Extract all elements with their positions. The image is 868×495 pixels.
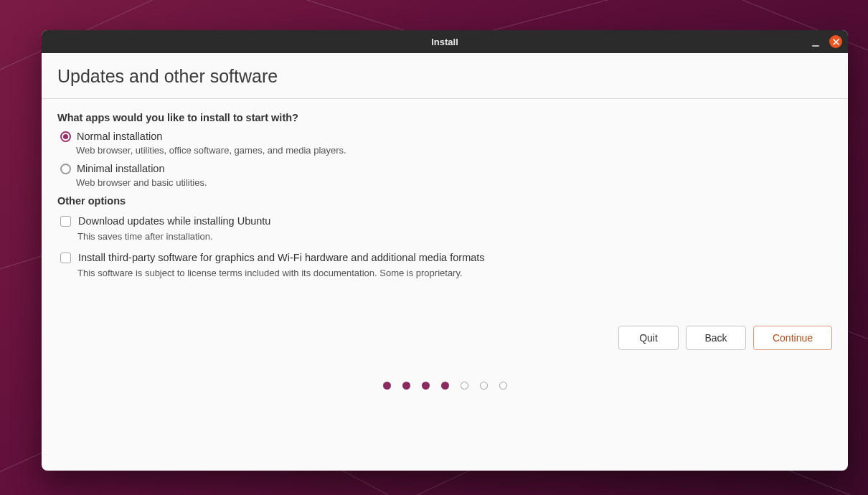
form-body: What apps would you like to install to s… [42,99,848,288]
checkbox-icon [60,253,71,263]
radio-icon [60,164,71,174]
radio-icon [60,131,71,142]
radio-minimal-installation[interactable]: Minimal installation [60,163,832,174]
checkbox-download-updates[interactable]: Download updates while installing Ubuntu [60,215,832,227]
content-area: Updates and other software What apps wou… [42,53,848,471]
progress-dot [441,382,449,390]
third-party-description: This software is subject to license term… [77,268,832,278]
back-button[interactable]: Back [686,326,746,350]
footer: Quit Back Continue [42,288,848,405]
progress-dots [57,382,832,394]
other-options-heading: Other options [57,195,832,207]
button-row: Quit Back Continue [57,326,832,350]
radio-label: Normal installation [77,131,162,142]
close-button[interactable] [829,35,842,48]
titlebar: Install [42,30,848,53]
checkbox-icon [60,216,71,227]
checkbox-label: Download updates while installing Ubuntu [78,215,270,227]
minimal-description: Web browser and basic utilities. [76,177,832,188]
apps-question: What apps would you like to install to s… [57,112,832,123]
checkbox-third-party[interactable]: Install third-party software for graphic… [60,252,832,263]
radio-label: Minimal installation [77,163,165,174]
progress-dot [422,382,430,390]
minimize-button[interactable] [811,37,821,47]
radio-normal-installation[interactable]: Normal installation [60,131,832,142]
installer-window: Install Updates and other software What … [42,30,848,471]
window-title: Install [431,37,458,47]
continue-button[interactable]: Continue [753,326,832,350]
checkbox-label: Install third-party software for graphic… [78,252,485,263]
progress-dot [461,382,468,390]
close-icon [833,39,839,45]
progress-dot [402,382,410,390]
window-controls [811,30,842,53]
progress-dot [383,382,391,390]
quit-button[interactable]: Quit [618,326,679,350]
page-header: Updates and other software [42,53,848,98]
progress-dot [499,382,507,390]
download-updates-description: This saves time after installation. [77,231,832,242]
progress-dot [480,382,488,390]
page-title: Updates and other software [57,66,832,87]
normal-description: Web browser, utilities, office software,… [76,145,832,156]
